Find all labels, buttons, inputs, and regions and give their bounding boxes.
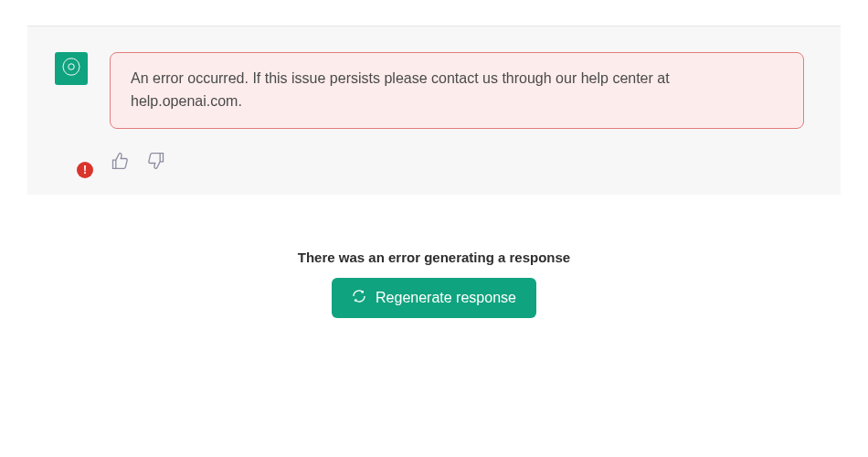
message-content: An error occurred. If this issue persist… (110, 52, 804, 173)
error-badge: ! (77, 162, 93, 178)
thumbs-up-icon (111, 152, 129, 174)
svg-point-0 (69, 64, 75, 70)
regenerate-button-label: Regenerate response (376, 290, 516, 306)
error-message-box: An error occurred. If this issue persist… (110, 52, 804, 129)
thumbs-up-button[interactable] (110, 153, 130, 173)
thumbs-down-button[interactable] (146, 153, 166, 173)
error-status-text: There was an error generating a response (0, 250, 868, 265)
error-text: An error occurred. If this issue persist… (131, 70, 670, 109)
assistant-message-block: ! An error occurred. If this issue persi… (27, 26, 841, 195)
regenerate-response-button[interactable]: Regenerate response (332, 278, 536, 318)
avatar-container: ! (55, 52, 88, 173)
thumbs-down-icon (147, 152, 165, 174)
regenerate-area: There was an error generating a response… (0, 195, 868, 318)
exclamation-icon: ! (83, 164, 87, 176)
openai-logo-icon (59, 55, 83, 82)
feedback-row (110, 153, 804, 173)
refresh-icon (352, 289, 366, 307)
assistant-avatar (55, 52, 88, 85)
